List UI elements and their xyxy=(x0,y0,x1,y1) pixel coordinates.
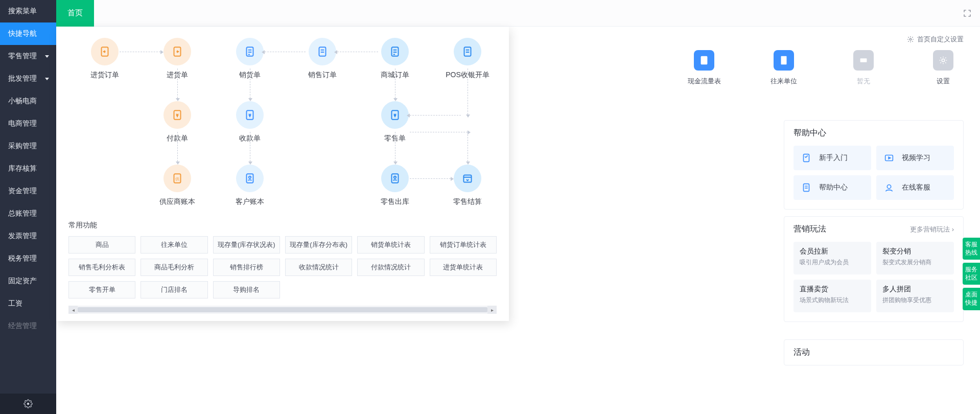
fn-gross-analysis[interactable]: 销售毛利分析表 xyxy=(68,259,135,276)
node-retail-settle[interactable]: 零售结算 xyxy=(431,165,504,206)
fn-store-rank[interactable]: 门店排名 xyxy=(141,281,207,298)
flow-arrow xyxy=(177,68,178,98)
fn-sales-stats[interactable]: 销货单统计表 xyxy=(357,236,424,254)
money-icon xyxy=(243,108,256,122)
svg-point-0 xyxy=(909,38,912,40)
fn-receipt-stats[interactable]: 收款情况统计 xyxy=(285,259,352,276)
sidebar-item-ecommerce[interactable]: 电商管理 xyxy=(0,112,56,135)
scroll-left-icon[interactable]: ◂ xyxy=(68,306,78,314)
fullscreen-icon xyxy=(963,9,972,18)
sidebar-item-xiaochang[interactable]: 小畅电商 xyxy=(0,90,56,112)
mkt-live[interactable]: 直播卖货场景式购物新玩法 xyxy=(794,280,871,312)
list-icon xyxy=(243,45,256,58)
shortcut-contacts[interactable]: 往来单位 xyxy=(763,50,804,86)
marketing-more-link[interactable]: 更多营销玩法 › xyxy=(910,225,954,234)
sidebar-search[interactable]: 搜索菜单 xyxy=(0,0,56,22)
sidebar-item-tax[interactable]: 税务管理 xyxy=(0,247,56,270)
svg-point-4 xyxy=(942,59,945,62)
fullscreen-button[interactable] xyxy=(962,8,973,19)
help-label: 新手入门 xyxy=(819,153,848,163)
customize-home-link[interactable]: 首页自定义设置 xyxy=(907,35,964,44)
help-label: 在线客服 xyxy=(902,183,930,192)
sidebar-item-invoice[interactable]: 发票管理 xyxy=(0,225,56,247)
sidebar-item-quicknav[interactable]: 快捷导航 xyxy=(0,22,56,45)
svg-rect-2 xyxy=(781,56,787,65)
horizontal-scrollbar[interactable]: ◂ ▸ xyxy=(68,306,497,314)
node-retail-out[interactable]: 零售出库 xyxy=(359,165,431,206)
chevron-down-icon xyxy=(45,78,49,80)
help-support[interactable]: 在线客服 xyxy=(876,175,954,200)
svg-rect-5 xyxy=(804,154,809,162)
node-customer-ledger[interactable]: 客户账本 xyxy=(214,165,286,206)
sidebar-item-funds[interactable]: 资金管理 xyxy=(0,180,56,202)
sidebar-item-wholesale[interactable]: 批发管理 xyxy=(0,67,56,90)
fn-stock-dist[interactable]: 现存量(库存分布表) xyxy=(285,236,352,254)
fn-payment-stats[interactable]: 付款情况统计 xyxy=(357,259,424,276)
headset-icon xyxy=(883,182,895,193)
activity-title: 活动 xyxy=(794,347,954,358)
building-icon xyxy=(774,50,794,71)
fn-guide-rank[interactable]: 导购排名 xyxy=(213,281,280,298)
list-icon xyxy=(388,45,402,58)
sidebar-label: 快捷导航 xyxy=(8,29,37,38)
sidebar-item-ledger[interactable]: 总账管理 xyxy=(0,202,56,225)
fn-product[interactable]: 商品 xyxy=(68,236,135,254)
flow-arrow xyxy=(265,52,306,52)
shortcut-cashflow[interactable]: 现金流量表 xyxy=(684,50,725,86)
svg-point-21 xyxy=(249,176,251,178)
help-center[interactable]: 帮助中心 xyxy=(794,175,871,200)
scroll-right-icon[interactable]: ▸ xyxy=(487,306,497,314)
chevron-down-icon xyxy=(45,55,49,58)
float-buttons: 客服热线 服务社区 桌面快捷 xyxy=(963,238,980,310)
common-functions-grid: 商品 往来单位 现存量(库存状况表) 现存量(库存分布表) 销货单统计表 销货订… xyxy=(68,236,497,298)
flow-arrow xyxy=(410,178,451,179)
sidebar-label: 批发管理 xyxy=(8,74,37,83)
mkt-member[interactable]: 会员拉新吸引用户成为会员 xyxy=(794,242,871,274)
flow-arrow xyxy=(468,132,468,162)
help-getting-started[interactable]: 新手入门 xyxy=(794,146,871,170)
doc-out-icon xyxy=(171,45,184,58)
shortcut-settings[interactable]: 设置 xyxy=(923,50,964,86)
float-community[interactable]: 服务社区 xyxy=(963,263,980,285)
fn-stock-status[interactable]: 现存量(库存状况表) xyxy=(213,236,280,254)
sidebar-item-purchase[interactable]: 采购管理 xyxy=(0,135,56,157)
node-supplier-ledger[interactable]: 供供应商账本 xyxy=(141,165,214,206)
node-purchase-order[interactable]: 进货订单 xyxy=(68,38,141,80)
shortcut-empty[interactable]: 暂无 xyxy=(843,50,884,86)
user-doc-icon xyxy=(243,172,256,185)
sidebar-item-inventory[interactable]: 库存核算 xyxy=(0,157,56,180)
help-title: 帮助中心 xyxy=(794,128,954,139)
fn-purchase-stats[interactable]: 进货单统计表 xyxy=(430,259,497,276)
clipboard-icon xyxy=(801,152,812,164)
sidebar-item-ops[interactable]: 经营管理 xyxy=(0,315,56,337)
svg-rect-12 xyxy=(319,47,326,56)
quicknav-flyout: 进货订单 进货单 销货单 销售订单 商城订单 POS收银开单 付款单 收款单 零… xyxy=(56,27,509,321)
shortcut-label: 现金流量表 xyxy=(688,77,721,86)
fn-contacts[interactable]: 往来单位 xyxy=(141,236,207,254)
sidebar-item-assets[interactable]: 固定资产 xyxy=(0,270,56,292)
scroll-thumb[interactable] xyxy=(78,307,487,312)
gear-icon xyxy=(907,36,914,43)
gear-icon xyxy=(933,50,953,71)
fn-sales-rank[interactable]: 销售排行榜 xyxy=(213,259,280,276)
help-panel: 帮助中心 新手入门 视频学习 帮助中心 在线客服 xyxy=(784,120,964,210)
shortcut-label: 往来单位 xyxy=(771,77,797,86)
cashflow-icon xyxy=(694,50,714,71)
fn-salesorder-stats[interactable]: 销货订单统计表 xyxy=(430,236,497,254)
flow-arrow xyxy=(250,132,250,162)
sidebar-item-salary[interactable]: 工资 xyxy=(0,292,56,315)
tab-home[interactable]: 首页 xyxy=(56,0,94,27)
node-sales-order[interactable]: 销售订单 xyxy=(286,38,359,80)
mkt-fission[interactable]: 裂变分销裂变式发展分销商 xyxy=(876,242,954,274)
float-hotline[interactable]: 客服热线 xyxy=(963,238,980,260)
float-desktop[interactable]: 桌面快捷 xyxy=(963,288,980,310)
sidebar-item-retail[interactable]: 零售管理 xyxy=(0,45,56,67)
flow-arrow xyxy=(177,132,178,162)
fn-product-gross[interactable]: 商品毛利分析 xyxy=(141,259,207,276)
help-label: 视频学习 xyxy=(902,153,930,163)
sidebar-settings[interactable] xyxy=(0,394,56,414)
svg-point-8 xyxy=(887,185,891,189)
help-video[interactable]: 视频学习 xyxy=(876,146,954,170)
fn-retail-open[interactable]: 零售开单 xyxy=(68,281,135,298)
mkt-group[interactable]: 多人拼团拼团购物享受优惠 xyxy=(876,280,954,312)
